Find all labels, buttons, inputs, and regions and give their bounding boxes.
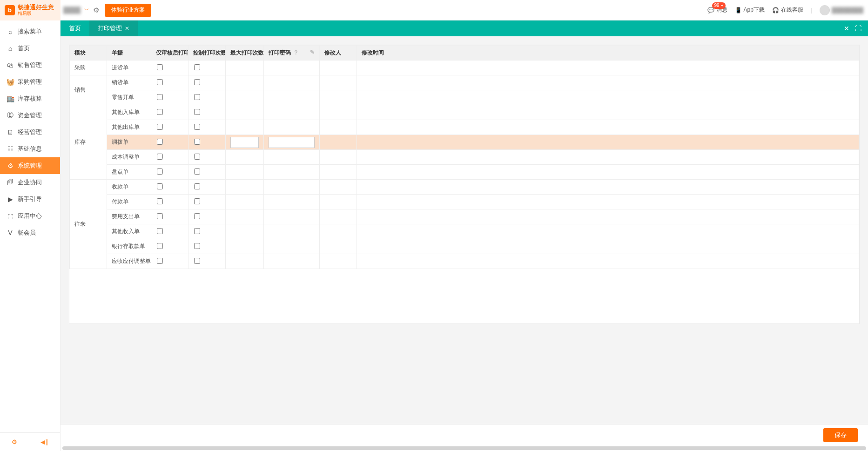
sidebar-item-7[interactable]: ☷基础信息 bbox=[0, 141, 60, 157]
sidebar-item-label: 库存核算 bbox=[18, 94, 42, 103]
sidebar-item-5[interactable]: Ⓔ资金管理 bbox=[0, 107, 60, 124]
close-icon[interactable]: ✕ bbox=[125, 25, 129, 32]
col-module: 模块 bbox=[70, 46, 107, 61]
doc-cell: 其他入库单 bbox=[107, 105, 151, 120]
checkbox[interactable] bbox=[157, 154, 163, 160]
password-cell bbox=[264, 90, 320, 105]
password-cell bbox=[264, 224, 320, 239]
table-header-row: 模块 单据 仅审核后打印 控制打印次数 最大打印次数 打印密码 ? ✎ bbox=[70, 46, 859, 61]
sidebar-item-label: 基础信息 bbox=[18, 145, 42, 153]
edit-column-icon[interactable]: ✎ bbox=[310, 49, 315, 55]
checkbox[interactable] bbox=[194, 139, 200, 145]
sidebar-item-3[interactable]: 🧺采购管理 bbox=[0, 74, 60, 90]
checkbox[interactable] bbox=[157, 79, 163, 85]
tab-1[interactable]: 打印管理✕ bbox=[89, 20, 138, 36]
support-label: 在线客服 bbox=[781, 6, 803, 14]
doc-cell: 成本调整单 bbox=[107, 150, 151, 165]
help-icon[interactable]: ? bbox=[294, 49, 297, 56]
tab-0[interactable]: 首页 bbox=[61, 20, 89, 36]
table-row: 往来收款单 bbox=[70, 180, 859, 195]
checkbox[interactable] bbox=[157, 124, 163, 130]
sidebar-item-0[interactable]: ⌕搜索菜单 bbox=[0, 23, 60, 40]
modifier-cell bbox=[320, 75, 357, 90]
sidebar-item-12[interactable]: V畅会员 bbox=[0, 224, 60, 241]
checkbox[interactable] bbox=[157, 168, 163, 175]
close-tab-icon[interactable]: ✕ bbox=[844, 25, 849, 32]
checkbox[interactable] bbox=[194, 154, 200, 160]
app-download-link[interactable]: 📱 App下载 bbox=[735, 6, 765, 14]
messages-link[interactable]: 💬 消息 99 + bbox=[707, 6, 727, 14]
doc-cell: 调拨单 bbox=[107, 135, 151, 150]
checkbox[interactable] bbox=[157, 228, 163, 234]
only-audit-cell bbox=[151, 195, 188, 209]
max-count-input[interactable] bbox=[230, 137, 259, 148]
gear-icon[interactable]: ⚙ bbox=[93, 6, 99, 14]
checkbox[interactable] bbox=[157, 258, 163, 264]
checkbox[interactable] bbox=[157, 139, 163, 145]
max-count-cell bbox=[226, 239, 264, 254]
sidebar-item-9[interactable]: 🗐企业协同 bbox=[0, 174, 60, 191]
sidebar-item-icon: 🗎 bbox=[7, 128, 14, 136]
mod-time-cell bbox=[357, 180, 859, 195]
sidebar-item-2[interactable]: 🛍销售管理 bbox=[0, 57, 60, 74]
control-count-cell bbox=[188, 239, 226, 254]
promo-button[interactable]: 体验行业方案 bbox=[105, 4, 151, 17]
checkbox[interactable] bbox=[157, 94, 163, 100]
company-selector[interactable]: ████ ﹀ ⚙ bbox=[63, 6, 99, 14]
max-count-cell bbox=[226, 209, 264, 224]
password-input[interactable] bbox=[269, 137, 315, 148]
horizontal-scrollbar[interactable] bbox=[61, 445, 868, 451]
max-count-cell bbox=[226, 135, 264, 150]
mod-time-cell bbox=[357, 120, 859, 135]
checkbox[interactable] bbox=[157, 183, 163, 189]
user-menu[interactable]: ████████ bbox=[820, 5, 863, 15]
messages-badge: 99 + bbox=[712, 2, 726, 9]
support-link[interactable]: 🎧 在线客服 bbox=[772, 6, 803, 14]
modifier-cell bbox=[320, 120, 357, 135]
checkbox[interactable] bbox=[157, 64, 163, 70]
sidebar-item-label: 资金管理 bbox=[18, 111, 42, 120]
max-count-cell bbox=[226, 75, 264, 90]
checkbox[interactable] bbox=[194, 243, 200, 249]
password-cell bbox=[264, 150, 320, 165]
brand-logo: b 畅捷通好生意 精易版 bbox=[0, 0, 61, 20]
save-button[interactable]: 保存 bbox=[823, 428, 858, 442]
max-count-cell bbox=[226, 150, 264, 165]
checkbox[interactable] bbox=[194, 109, 200, 115]
checkbox[interactable] bbox=[194, 94, 200, 100]
checkbox[interactable] bbox=[194, 79, 200, 85]
control-count-cell bbox=[188, 61, 226, 75]
control-count-cell bbox=[188, 209, 226, 224]
sidebar-item-1[interactable]: ⌂首页 bbox=[0, 40, 60, 57]
checkbox[interactable] bbox=[194, 228, 200, 234]
sidebar-item-11[interactable]: ⬚应用中心 bbox=[0, 208, 60, 224]
checkbox[interactable] bbox=[194, 64, 200, 70]
footer-bar: 保存 bbox=[61, 424, 868, 445]
only-audit-cell bbox=[151, 165, 188, 180]
only-audit-cell bbox=[151, 61, 188, 75]
sidebar-item-8[interactable]: ⚙系统管理 bbox=[0, 157, 60, 174]
checkbox[interactable] bbox=[157, 109, 163, 115]
sidebar-item-icon: ☷ bbox=[7, 145, 14, 153]
checkbox[interactable] bbox=[194, 124, 200, 130]
settings-icon[interactable]: ⚙ bbox=[12, 438, 17, 445]
table-row: 应收应付调整单 bbox=[70, 254, 859, 269]
sidebar-item-6[interactable]: 🗎经营管理 bbox=[0, 124, 60, 141]
checkbox[interactable] bbox=[194, 258, 200, 264]
mod-time-cell bbox=[357, 135, 859, 150]
table-row: 其他收入单 bbox=[70, 224, 859, 239]
collapse-icon[interactable]: ◀∥ bbox=[40, 438, 48, 445]
control-count-cell bbox=[188, 150, 226, 165]
checkbox[interactable] bbox=[194, 198, 200, 204]
sidebar-item-4[interactable]: 🏬库存核算 bbox=[0, 90, 60, 107]
checkbox[interactable] bbox=[157, 213, 163, 219]
top-bar: b 畅捷通好生意 精易版 ████ ﹀ ⚙ 体验行业方案 💬 消息 99 + 📱… bbox=[0, 0, 868, 20]
checkbox[interactable] bbox=[194, 183, 200, 189]
password-cell bbox=[264, 75, 320, 90]
checkbox[interactable] bbox=[157, 198, 163, 204]
sidebar-item-10[interactable]: ▶新手引导 bbox=[0, 191, 60, 208]
checkbox[interactable] bbox=[194, 213, 200, 219]
checkbox[interactable] bbox=[157, 243, 163, 249]
checkbox[interactable] bbox=[194, 168, 200, 175]
fullscreen-icon[interactable]: ⛶ bbox=[855, 25, 861, 32]
